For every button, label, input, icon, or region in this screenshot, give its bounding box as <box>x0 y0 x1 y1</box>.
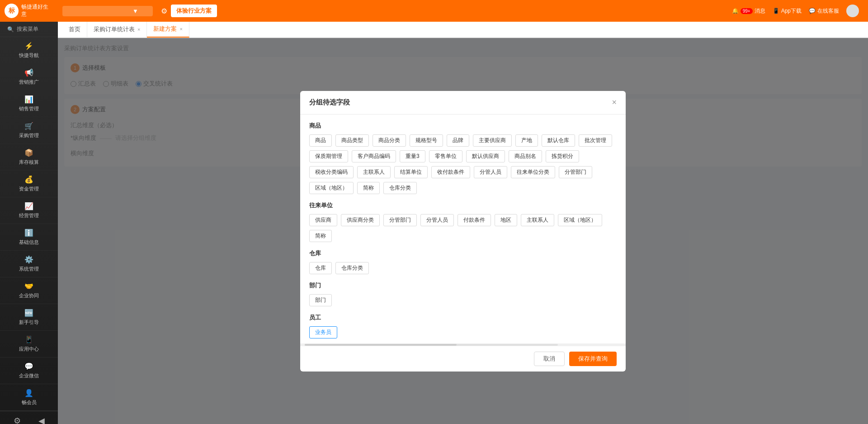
app-center-icon: 📱 <box>24 335 33 344</box>
section-partner: 往来单位 供应商 供应商分类 分管部门 分管人员 付款条件 地区 主联系人 区域… <box>309 201 617 242</box>
topbar-search-area[interactable]: ▼ <box>62 6 153 16</box>
sidebar-item-app-center[interactable]: 📱 应用中心 <box>0 331 58 357</box>
sidebar: 标 畅捷通好生意 🔍 搜索菜单 ⚡ 快捷导航 📢 营销推广 📊 销售管理 🛒 采… <box>0 0 58 424</box>
tab-purchase-close-icon[interactable]: × <box>137 27 140 32</box>
collapse-icon[interactable]: ◀ <box>38 416 45 424</box>
field-tag-brand[interactable]: 品牌 <box>447 134 469 147</box>
topbar-search-input[interactable] <box>67 8 130 14</box>
sidebar-logo: 标 畅捷通好生意 <box>0 0 58 22</box>
basic-info-icon: ℹ️ <box>24 229 33 237</box>
field-tag-product-alias[interactable]: 商品别名 <box>509 150 542 162</box>
field-tag-default-supplier[interactable]: 默认供应商 <box>466 150 505 162</box>
modal-cancel-button[interactable]: 取消 <box>534 352 565 366</box>
modal-body[interactable]: 商品 商品 商品类型 商品分类 规格型号 品牌 主要供应商 产地 默认仓库 批次… <box>300 114 626 346</box>
field-tag-spec-model[interactable]: 规格型号 <box>410 134 443 147</box>
topbar-dropdown-icon[interactable]: ▼ <box>132 8 138 14</box>
field-tag-warehouse-cat[interactable]: 仓库分类 <box>335 262 369 274</box>
app-download-icon: 📱 <box>773 8 779 14</box>
field-tag-main-contact2[interactable]: 主联系人 <box>521 214 554 226</box>
field-tag-abbr[interactable]: 简称 <box>357 182 380 194</box>
settings-bottom-icon[interactable]: ⚙ <box>14 416 21 424</box>
sidebar-item-quick-nav[interactable]: ⚡ 快捷导航 <box>0 37 58 64</box>
service-icon: 💬 <box>809 8 816 14</box>
modal-header: 分组待选字段 × <box>300 91 626 114</box>
sidebar-item-enterprise[interactable]: 🤝 企业协同 <box>0 277 58 304</box>
field-tag-region2[interactable]: 区域（地区） <box>558 214 602 226</box>
notification-badge: 99+ <box>741 8 753 14</box>
field-tag-default-warehouse[interactable]: 默认仓库 <box>542 134 575 147</box>
field-tag-origin[interactable]: 产地 <box>515 134 538 147</box>
tabbar: 首页 采购订单统计表 × 新建方案 × <box>58 22 868 38</box>
sidebar-item-basic-info[interactable]: ℹ️ 基础信息 <box>0 224 58 251</box>
topbar-right: 🔔 99+ 消息 📱 App下载 💬 在线客服 <box>732 5 868 17</box>
sidebar-item-guide[interactable]: 🆕 新手引导 <box>0 304 58 331</box>
field-tag-dept-managed[interactable]: 分管部门 <box>559 166 592 178</box>
field-tag-supervisor[interactable]: 分管人员 <box>474 166 507 178</box>
modal-title: 分组待选字段 <box>309 98 350 107</box>
field-tag-product-category[interactable]: 商品分类 <box>373 134 406 147</box>
field-tag-partner-category[interactable]: 往来单位分类 <box>511 166 555 178</box>
sidebar-item-sales[interactable]: 📊 销售管理 <box>0 91 58 117</box>
section-warehouse-title: 仓库 <box>309 249 617 257</box>
field-tag-department[interactable]: 部门 <box>309 294 332 306</box>
sidebar-item-marketing[interactable]: 📢 营销推广 <box>0 64 58 91</box>
sidebar-item-operations[interactable]: 📈 经营管理 <box>0 197 58 224</box>
employee-fields: 业务员 <box>309 326 617 338</box>
field-tag-warehouse-category[interactable]: 仓库分类 <box>383 182 417 194</box>
tab-home[interactable]: 首页 <box>62 21 87 38</box>
sidebar-item-purchase[interactable]: 🛒 采购管理 <box>0 117 58 144</box>
field-tag-area[interactable]: 地区 <box>495 214 517 226</box>
sidebar-bottom: ⚙ ◀ <box>0 411 58 424</box>
field-tag-shelf-life[interactable]: 保质期管理 <box>309 150 348 162</box>
field-tag-weight3[interactable]: 重量3 <box>400 150 425 162</box>
sidebar-item-system[interactable]: ⚙️ 系统管理 <box>0 251 58 277</box>
field-tag-main-contact[interactable]: 主联系人 <box>357 166 391 178</box>
field-tag-abbr2[interactable]: 简称 <box>309 230 332 242</box>
topbar-gear-icon[interactable]: ⚙ <box>161 7 167 15</box>
inventory-icon: 📦 <box>24 148 33 157</box>
field-tag-salesman[interactable]: 业务员 <box>309 326 337 338</box>
product-fields: 商品 商品类型 商品分类 规格型号 品牌 主要供应商 产地 默认仓库 批次管理 … <box>309 134 617 194</box>
field-tag-retail-unit[interactable]: 零售单位 <box>429 150 462 162</box>
section-department: 部门 部门 <box>309 281 617 306</box>
tab-new-plan[interactable]: 新建方案 × <box>147 21 189 38</box>
sidebar-item-enterprise-wechat[interactable]: 💬 企业微信 <box>0 357 58 384</box>
sidebar-item-member[interactable]: 👤 畅会员 <box>0 384 58 411</box>
field-tag-payment-terms[interactable]: 收付款条件 <box>431 166 470 178</box>
sidebar-item-inventory[interactable]: 📦 库存核算 <box>0 144 58 171</box>
section-warehouse: 仓库 仓库 仓库分类 <box>309 249 617 274</box>
tab-new-plan-close-icon[interactable]: × <box>179 26 182 32</box>
trial-plan-button[interactable]: 体验行业方案 <box>171 5 217 17</box>
modal-confirm-button[interactable]: 保存并查询 <box>569 352 617 366</box>
field-tag-pick-points[interactable]: 拣货积分 <box>546 150 579 162</box>
field-tag-region-geo[interactable]: 区域（地区） <box>309 182 354 194</box>
content-area: 采购订单统计表方案设置 1 选择模板 汇总表 明细表 交叉统计表 <box>58 38 868 424</box>
online-service-item[interactable]: 💬 在线客服 <box>809 7 839 15</box>
scroll-bar-area[interactable] <box>300 343 626 346</box>
field-tag-product[interactable]: 商品 <box>309 134 332 147</box>
sidebar-item-finance[interactable]: 💰 资金管理 <box>0 171 58 197</box>
sidebar-search-item[interactable]: 🔍 搜索菜单 <box>0 22 58 37</box>
purchase-icon: 🛒 <box>24 122 33 130</box>
field-tag-warehouse[interactable]: 仓库 <box>309 262 332 274</box>
notification-item[interactable]: 🔔 99+ 消息 <box>732 7 765 15</box>
field-tag-product-type[interactable]: 商品类型 <box>335 134 369 147</box>
field-tag-main-supplier[interactable]: 主要供应商 <box>473 134 512 147</box>
app-download-item[interactable]: 📱 App下载 <box>773 7 802 15</box>
user-avatar[interactable] <box>846 5 859 17</box>
field-tag-batch-mgmt[interactable]: 批次管理 <box>579 134 612 147</box>
modal-close-icon[interactable]: × <box>612 98 617 106</box>
field-tag-tax-code[interactable]: 税收分类编码 <box>309 166 354 178</box>
field-tag-managed-dept[interactable]: 分管部门 <box>383 214 417 226</box>
field-tag-supplier[interactable]: 供应商 <box>309 214 337 226</box>
modal-overlay: 分组待选字段 × 商品 商品 商品类型 商品分类 规格型号 品牌 主要供应商 产… <box>58 38 868 424</box>
partner-fields: 供应商 供应商分类 分管部门 分管人员 付款条件 地区 主联系人 区域（地区） … <box>309 214 617 242</box>
field-tag-pay-terms[interactable]: 付款条件 <box>458 214 491 226</box>
tab-purchase-order[interactable]: 采购订单统计表 × <box>87 21 147 38</box>
modal-footer: 取消 保存并查询 <box>300 346 626 372</box>
field-tag-supplier-category[interactable]: 供应商分类 <box>341 214 380 226</box>
field-tag-customer-code[interactable]: 客户商品编码 <box>352 150 396 162</box>
field-tag-managed-staff[interactable]: 分管人员 <box>420 214 454 226</box>
guide-icon: 🆕 <box>24 309 33 317</box>
field-tag-settlement-unit[interactable]: 结算单位 <box>394 166 428 178</box>
